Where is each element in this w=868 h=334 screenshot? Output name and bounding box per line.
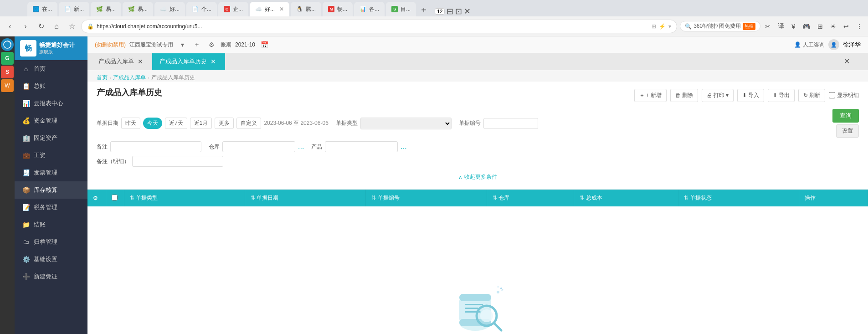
breadcrumb-list[interactable]: 产成品入库单 (113, 74, 146, 82)
panel-close-icon[interactable]: ✕ (844, 57, 850, 66)
tab-11[interactable]: 📊 各... (354, 2, 385, 16)
maximize-button[interactable]: ⊡ (455, 6, 462, 16)
user-avatar[interactable]: 👤 (828, 39, 839, 50)
note-detail-input[interactable] (132, 156, 223, 167)
product-input[interactable] (325, 141, 398, 152)
more-icon[interactable]: ⋮ (854, 21, 864, 32)
chevron-down-icon[interactable]: ▾ (668, 23, 671, 30)
th-cost[interactable]: ⇅ 总成本 (574, 190, 678, 206)
app-icon-4[interactable]: W (1, 79, 14, 92)
sidebar-item-settlement[interactable]: 📁 结账 (15, 216, 87, 233)
bookmark-button[interactable]: ☆ (66, 20, 78, 33)
date-yesterday[interactable]: 昨天 (121, 118, 140, 129)
tab-7[interactable]: C 企... (218, 2, 248, 16)
tab-8-close-icon[interactable]: ✕ (279, 6, 284, 12)
add-icon[interactable]: ＋ (191, 39, 202, 50)
inner-tab-list-close[interactable]: ✕ (136, 57, 145, 66)
th-warehouse[interactable]: ⇅ 仓库 (487, 190, 574, 206)
date-custom[interactable]: 自定义 (236, 118, 261, 129)
sidebar-item-salary[interactable]: 💼 工资 (15, 147, 87, 164)
th-checkbox[interactable] (106, 190, 124, 206)
app-icon-2[interactable]: G (1, 52, 14, 65)
sidebar-item-fixed-label: 固定资产 (34, 134, 57, 142)
sidebar-item-archive[interactable]: 🗂 归档管理 (15, 233, 87, 251)
date-7days[interactable]: 近7天 (165, 118, 187, 129)
th-status[interactable]: ⇅ 单据状态 (678, 190, 799, 206)
sidebar-item-invoice[interactable]: 🧾 发票管理 (15, 164, 87, 181)
minimize-button[interactable]: ⊟ (447, 6, 453, 16)
date-today[interactable]: 今天 (143, 118, 162, 129)
note-input[interactable] (110, 141, 201, 152)
sidebar-item-inventory[interactable]: 📦 库存核算 (15, 181, 87, 199)
display-toggle[interactable]: 显示明细 (829, 92, 859, 99)
app-icon-1[interactable] (1, 38, 14, 51)
tab-2[interactable]: 📄 新... (59, 2, 89, 16)
sidebar-item-capital[interactable]: 💰 资金管理 (15, 112, 87, 129)
tab-6[interactable]: 📄 个... (186, 2, 217, 16)
back-button[interactable]: ‹ (4, 20, 16, 33)
import-button[interactable]: ⬇ 导入 (737, 89, 764, 102)
currency-icon[interactable]: ¥ (790, 21, 797, 32)
query-button[interactable]: 查询 (832, 109, 859, 123)
url-bar[interactable]: 🔒 https://cloud.chanjet.com/accounting/u… (81, 20, 677, 33)
close-window-button[interactable]: ✕ (464, 6, 471, 16)
sidebar-item-fixed[interactable]: 🏢 固定资产 (15, 129, 87, 147)
display-checkbox[interactable] (829, 92, 835, 98)
tab-9[interactable]: 🐧 腾... (291, 2, 321, 16)
th-settings[interactable]: ⚙ (87, 190, 106, 206)
service-button[interactable]: 👤 人工咨询 (794, 41, 825, 49)
warehouse-more-icon[interactable]: ... (298, 143, 304, 151)
undo-icon[interactable]: ↩ (842, 21, 851, 32)
delete-button[interactable]: 🗑 删除 (670, 89, 698, 102)
date-1month[interactable]: 近1月 (190, 118, 212, 129)
sidebar-item-basic-settings[interactable]: ⚙️ 基础设置 (15, 251, 87, 268)
new-tab-button[interactable]: + (417, 4, 430, 16)
settings-button[interactable]: 设置 (836, 124, 859, 138)
sidebar-item-report[interactable]: 📊 云报表中心 (15, 95, 87, 112)
tab-8[interactable]: ☁️ 好... ✕ (250, 2, 289, 16)
inner-tab-list[interactable]: 产成品入库单 ✕ (91, 53, 152, 70)
inner-tab-history-close[interactable]: ✕ (209, 57, 218, 66)
company-dropdown-icon[interactable]: ▾ (177, 39, 188, 50)
product-more-icon[interactable]: ... (401, 143, 406, 151)
sidebar-item-new-voucher[interactable]: ➕ 新建凭证 (15, 268, 87, 285)
scissors-icon[interactable]: ✂ (763, 21, 772, 32)
tab-3[interactable]: 🌿 易... (91, 2, 121, 16)
forward-button[interactable]: › (19, 20, 32, 33)
sidebar-item-invoice-label: 发票管理 (34, 169, 57, 177)
select-all-checkbox[interactable] (112, 195, 118, 200)
print-button[interactable]: 🖨 打印 ▾ (702, 89, 734, 102)
sidebar-item-home[interactable]: ⌂ 首页 (15, 60, 87, 77)
collapse-button[interactable]: ∧ 收起更多条件 (97, 170, 859, 184)
sidebar-item-tax[interactable]: 📝 税务管理 (15, 199, 87, 216)
export-button[interactable]: ⬆ 导出 (768, 89, 795, 102)
home-button[interactable]: ⌂ (50, 20, 63, 33)
theme-icon[interactable]: ☀ (828, 21, 838, 32)
game-icon[interactable]: 🎮 (801, 21, 812, 32)
warehouse-input[interactable] (222, 141, 295, 152)
translate-icon[interactable]: 译 (776, 21, 786, 32)
inner-tab-history[interactable]: 产成品入库单历史 ✕ (152, 53, 225, 70)
th-type[interactable]: ⇅ 单据类型 (124, 190, 245, 206)
calendar-icon[interactable]: 📅 (259, 39, 270, 50)
app-icon-3[interactable]: S (1, 66, 14, 78)
tab-4[interactable]: 🌿 易... (123, 2, 153, 16)
sidebar-item-ledger-label: 总账 (34, 82, 46, 90)
sidebar-item-ledger[interactable]: 📋 总账 (15, 77, 87, 95)
search-box[interactable]: 🔍 360智能抠图免费用 热搜 (680, 21, 760, 31)
tab-10[interactable]: M 畅... (323, 2, 353, 16)
refresh-button-toolbar[interactable]: ↻ 刷新 (798, 89, 825, 102)
add-button[interactable]: ＋ + 新增 (634, 89, 667, 102)
apps-icon[interactable]: ⊞ (816, 21, 825, 32)
tab-12[interactable]: S 目... (386, 2, 416, 16)
gear-icon[interactable]: ⚙ (206, 39, 217, 50)
th-date[interactable]: ⇅ 单据日期 (245, 190, 365, 206)
date-more[interactable]: 更多 (215, 118, 234, 129)
refresh-button[interactable]: ↻ (35, 20, 47, 33)
th-number[interactable]: ⇅ 单据编号 (366, 190, 487, 206)
number-input[interactable] (483, 118, 538, 129)
tab-5[interactable]: ☁️ 好... (154, 2, 185, 16)
breadcrumb-home[interactable]: 首页 (97, 74, 108, 82)
tab-1[interactable]: 🌐 在... (27, 2, 57, 16)
type-select[interactable] (360, 118, 452, 129)
